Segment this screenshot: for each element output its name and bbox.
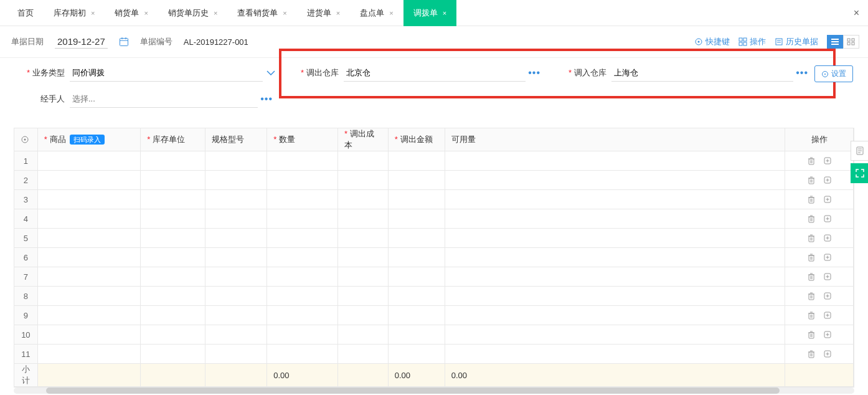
- cell-unit[interactable]: [141, 345, 205, 364]
- cell-product[interactable]: [37, 287, 141, 306]
- biz-type-input[interactable]: [70, 64, 263, 82]
- add-icon[interactable]: [823, 330, 832, 339]
- table-row[interactable]: 9: [14, 306, 854, 325]
- add-icon[interactable]: [823, 350, 832, 358]
- cell-amt[interactable]: [388, 306, 445, 325]
- cell-avail[interactable]: [445, 171, 785, 190]
- cell-spec[interactable]: [205, 306, 267, 325]
- cell-avail[interactable]: [445, 267, 785, 287]
- chevron-down-icon[interactable]: [267, 70, 275, 75]
- table-row[interactable]: 6: [14, 248, 854, 267]
- cell-amt[interactable]: [388, 345, 445, 364]
- close-icon[interactable]: ×: [389, 9, 393, 17]
- cell-avail[interactable]: [445, 306, 785, 325]
- cell-amt[interactable]: [388, 190, 445, 209]
- close-icon[interactable]: ×: [144, 9, 148, 17]
- close-icon[interactable]: ×: [91, 9, 95, 17]
- delete-icon[interactable]: [807, 350, 816, 358]
- out-warehouse-input[interactable]: [344, 64, 526, 82]
- cell-qty[interactable]: [267, 267, 338, 287]
- add-icon[interactable]: [823, 292, 832, 300]
- table-row[interactable]: 1: [14, 151, 854, 171]
- cell-product[interactable]: [37, 267, 141, 287]
- cell-cost[interactable]: [338, 229, 389, 248]
- scan-badge[interactable]: 扫码录入: [70, 135, 105, 145]
- tab-sales-order[interactable]: 销货单×: [105, 0, 158, 26]
- cell-amt[interactable]: [388, 248, 445, 267]
- cell-qty[interactable]: [267, 287, 338, 306]
- tab-inventory-init[interactable]: 库存期初×: [44, 0, 105, 26]
- cell-product[interactable]: [37, 229, 141, 248]
- close-all-icon[interactable]: ×: [854, 7, 859, 19]
- cell-spec[interactable]: [205, 171, 267, 190]
- cell-unit[interactable]: [141, 229, 205, 248]
- cell-avail[interactable]: [445, 229, 785, 248]
- cell-cost[interactable]: [338, 306, 389, 325]
- cell-cost[interactable]: [338, 209, 389, 229]
- add-icon[interactable]: [823, 272, 832, 281]
- add-icon[interactable]: [823, 176, 832, 184]
- close-icon[interactable]: ×: [214, 9, 217, 17]
- delete-icon[interactable]: [807, 156, 816, 165]
- more-icon[interactable]: •••: [793, 67, 811, 79]
- cell-spec[interactable]: [205, 229, 267, 248]
- close-icon[interactable]: ×: [336, 9, 340, 17]
- add-icon[interactable]: [823, 311, 832, 320]
- delete-icon[interactable]: [807, 272, 816, 281]
- table-row[interactable]: 10: [14, 325, 854, 345]
- cell-spec[interactable]: [205, 209, 267, 229]
- cell-qty[interactable]: [267, 345, 338, 364]
- cell-qty[interactable]: [267, 209, 338, 229]
- close-icon[interactable]: ×: [443, 9, 446, 17]
- history-link[interactable]: 历史单据: [775, 36, 818, 47]
- cell-spec[interactable]: [205, 287, 267, 306]
- operate-link[interactable]: 操作: [738, 36, 766, 47]
- delete-icon[interactable]: [807, 176, 816, 184]
- table-row[interactable]: 8: [14, 287, 854, 306]
- table-row[interactable]: 7: [14, 267, 854, 287]
- cell-spec[interactable]: [205, 151, 267, 171]
- cell-cost[interactable]: [338, 325, 389, 345]
- cell-spec[interactable]: [205, 267, 267, 287]
- cell-qty[interactable]: [267, 229, 338, 248]
- tab-purchase-order[interactable]: 进货单×: [297, 0, 350, 26]
- cell-spec[interactable]: [205, 190, 267, 209]
- table-row[interactable]: 3: [14, 190, 854, 209]
- cell-qty[interactable]: [267, 151, 338, 171]
- gear-column[interactable]: [14, 128, 37, 151]
- in-warehouse-input[interactable]: [611, 64, 793, 82]
- cell-qty[interactable]: [267, 325, 338, 345]
- cell-unit[interactable]: [141, 171, 205, 190]
- add-icon[interactable]: [823, 214, 832, 223]
- cell-avail[interactable]: [445, 151, 785, 171]
- cell-amt[interactable]: [388, 229, 445, 248]
- cell-unit[interactable]: [141, 151, 205, 171]
- more-icon[interactable]: •••: [258, 93, 275, 105]
- cell-qty[interactable]: [267, 306, 338, 325]
- cell-unit[interactable]: [141, 287, 205, 306]
- delete-icon[interactable]: [807, 292, 816, 300]
- add-icon[interactable]: [823, 195, 832, 204]
- cell-cost[interactable]: [338, 287, 389, 306]
- cell-unit[interactable]: [141, 325, 205, 345]
- cell-product[interactable]: [37, 306, 141, 325]
- cell-product[interactable]: [37, 190, 141, 209]
- calendar-icon[interactable]: [119, 37, 129, 47]
- cell-amt[interactable]: [388, 325, 445, 345]
- cell-avail[interactable]: [445, 325, 785, 345]
- cell-unit[interactable]: [141, 190, 205, 209]
- cell-amt[interactable]: [388, 267, 445, 287]
- cell-unit[interactable]: [141, 267, 205, 287]
- cell-product[interactable]: [37, 209, 141, 229]
- settings-button[interactable]: 设置: [814, 65, 853, 82]
- cell-spec[interactable]: [205, 325, 267, 345]
- tab-sales-history[interactable]: 销货单历史×: [158, 0, 227, 26]
- close-icon[interactable]: ×: [283, 9, 286, 17]
- delete-icon[interactable]: [807, 214, 816, 223]
- side-note-button[interactable]: [851, 141, 868, 161]
- cell-amt[interactable]: [388, 287, 445, 306]
- tab-home[interactable]: 首页: [7, 0, 44, 26]
- delete-icon[interactable]: [807, 195, 816, 204]
- cell-cost[interactable]: [338, 248, 389, 267]
- cell-amt[interactable]: [388, 209, 445, 229]
